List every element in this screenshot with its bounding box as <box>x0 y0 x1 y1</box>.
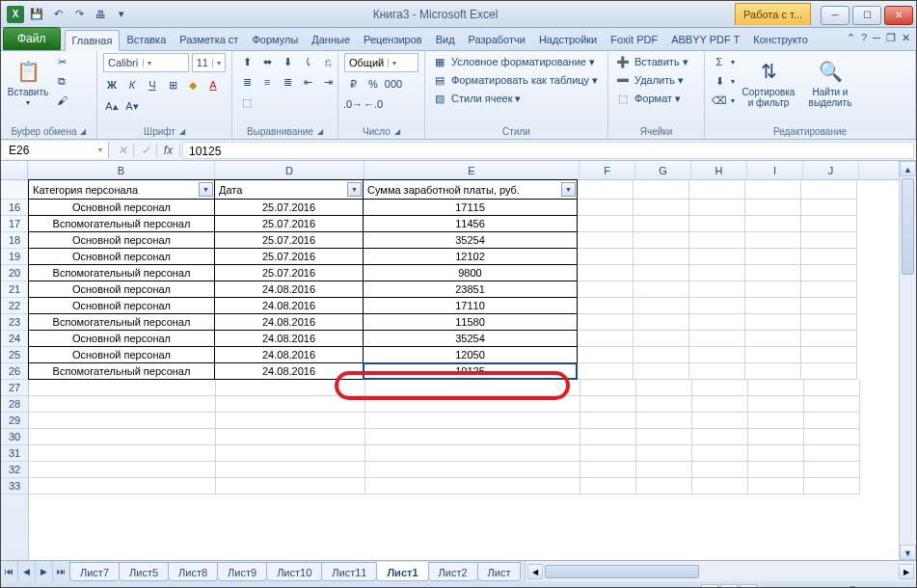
scroll-right-icon[interactable]: ▶ <box>899 564 914 579</box>
empty-cell[interactable] <box>578 180 634 200</box>
ribbon-tab-0[interactable]: Главная <box>65 30 121 51</box>
empty-cell[interactable] <box>689 265 745 281</box>
data-cell[interactable]: Вспомогательный персонал <box>28 264 215 281</box>
empty-cell[interactable] <box>578 347 634 363</box>
empty-cell[interactable] <box>689 281 745 298</box>
repeat-icon[interactable]: 🖶 <box>92 6 109 23</box>
shrink-font-icon[interactable]: A▾ <box>123 97 141 115</box>
empty-cell[interactable] <box>745 180 801 200</box>
row-header[interactable]: 18 <box>1 232 28 249</box>
row-header[interactable]: 29 <box>1 413 28 429</box>
hscroll-thumb[interactable] <box>545 565 699 578</box>
empty-cell[interactable] <box>748 429 804 445</box>
cell-styles-button[interactable]: ▧Стили ячеек ▾ <box>431 90 602 107</box>
row-header[interactable]: 16 <box>1 200 28 216</box>
ribbon-tab-10[interactable]: ABBYY PDF T <box>664 30 746 50</box>
empty-cell[interactable] <box>578 249 634 265</box>
empty-cell[interactable] <box>745 216 801 232</box>
data-cell[interactable]: 12102 <box>363 248 578 265</box>
col-header[interactable]: B <box>28 161 215 179</box>
cancel-icon[interactable]: ✕ <box>111 144 134 157</box>
delete-cells-button[interactable]: ➖Удалить ▾ <box>614 71 698 89</box>
format-cells-button[interactable]: ⬚Формат ▾ <box>614 90 698 107</box>
empty-cell[interactable] <box>745 232 801 249</box>
empty-cell[interactable] <box>365 478 580 494</box>
empty-cell[interactable] <box>692 462 748 478</box>
doc-restore-icon[interactable]: ❐ <box>886 32 896 44</box>
doc-close-icon[interactable]: ✕ <box>902 32 910 44</box>
empty-cell[interactable] <box>801 232 857 249</box>
empty-cell[interactable] <box>636 478 692 494</box>
empty-cell[interactable] <box>745 298 801 314</box>
empty-cell[interactable] <box>692 445 748 462</box>
empty-cell[interactable] <box>578 200 634 216</box>
filter-icon[interactable]: ▼ <box>561 182 576 197</box>
empty-cell[interactable] <box>634 281 689 298</box>
empty-cell[interactable] <box>634 232 689 249</box>
page-layout-icon[interactable]: ▤ <box>720 584 738 588</box>
data-cell[interactable]: 25.07.2016 <box>214 199 364 216</box>
data-cell[interactable]: 11456 <box>363 215 578 232</box>
comma-icon[interactable]: 000 <box>385 75 402 93</box>
align-left-icon[interactable]: ≣ <box>238 73 256 91</box>
ribbon-tab-2[interactable]: Разметка ст <box>173 30 245 50</box>
empty-cell[interactable] <box>29 478 216 494</box>
empty-cell[interactable] <box>636 413 692 429</box>
align-right-icon[interactable]: ≣ <box>279 73 296 91</box>
empty-cell[interactable] <box>580 380 636 396</box>
empty-cell[interactable] <box>365 413 580 429</box>
row-header[interactable]: 30 <box>1 429 28 445</box>
empty-cell[interactable] <box>689 216 745 232</box>
col-header[interactable]: G <box>635 161 691 179</box>
ribbon-tab-8[interactable]: Надстройки <box>532 30 604 50</box>
grow-font-icon[interactable]: A▴ <box>103 97 121 115</box>
col-header[interactable]: J <box>803 161 859 179</box>
align-center-icon[interactable]: ≡ <box>258 73 276 91</box>
data-cell[interactable]: 24.08.2016 <box>214 346 364 363</box>
row-header[interactable]: 21 <box>1 281 28 298</box>
empty-cell[interactable] <box>745 347 801 363</box>
row-header[interactable]: 33 <box>1 478 28 494</box>
help-icon[interactable]: ? <box>861 32 867 44</box>
ribbon-tab-1[interactable]: Вставка <box>120 30 173 50</box>
save-icon[interactable]: 💾 <box>28 6 45 23</box>
data-cell[interactable]: 23851 <box>363 281 578 298</box>
data-cell[interactable]: Основной персонал <box>28 297 215 314</box>
row-header[interactable]: 23 <box>1 314 28 331</box>
wrap-text-icon[interactable]: ⎌ <box>319 53 337 70</box>
number-format-combo[interactable]: Общий▾ <box>344 53 418 72</box>
table-header-cell[interactable]: Сумма заработной платы, руб.▼ <box>363 179 578 200</box>
empty-cell[interactable] <box>801 331 857 347</box>
empty-cell[interactable] <box>745 281 801 298</box>
row-header[interactable]: 17 <box>1 216 28 232</box>
row-header[interactable]: 32 <box>1 462 28 478</box>
empty-cell[interactable] <box>216 429 365 445</box>
empty-cell[interactable] <box>804 413 860 429</box>
empty-cell[interactable] <box>636 429 692 445</box>
empty-cell[interactable] <box>365 462 580 478</box>
clear-icon[interactable]: ⌫ <box>711 92 728 109</box>
empty-cell[interactable] <box>216 445 365 462</box>
merge-icon[interactable]: ⬚ <box>238 94 256 111</box>
data-cell[interactable]: 24.08.2016 <box>214 362 364 380</box>
data-cell[interactable]: 25.07.2016 <box>214 264 364 281</box>
empty-cell[interactable] <box>216 396 365 413</box>
empty-cell[interactable] <box>578 281 634 298</box>
empty-cell[interactable] <box>578 216 634 232</box>
page-break-icon[interactable]: ▣ <box>740 584 757 588</box>
last-sheet-icon[interactable]: ⏭ <box>53 561 70 581</box>
data-cell[interactable]: 10125 <box>363 362 578 380</box>
empty-cell[interactable] <box>692 429 748 445</box>
paste-button[interactable]: 📋 Вставить▾ <box>7 53 49 113</box>
empty-cell[interactable] <box>636 380 692 396</box>
ribbon-tab-11[interactable]: Конструкто <box>746 30 815 50</box>
col-header[interactable]: I <box>747 161 803 179</box>
empty-cell[interactable] <box>216 380 365 396</box>
column-headers[interactable]: BDEFGHIJ <box>28 161 899 180</box>
data-cell[interactable]: 11580 <box>363 313 578 331</box>
empty-cell[interactable] <box>29 396 216 413</box>
select-all-button[interactable] <box>1 161 28 180</box>
copy-icon[interactable]: ⧉ <box>53 72 70 90</box>
row-header[interactable]: 28 <box>1 396 28 413</box>
italic-button[interactable]: К <box>123 76 141 94</box>
